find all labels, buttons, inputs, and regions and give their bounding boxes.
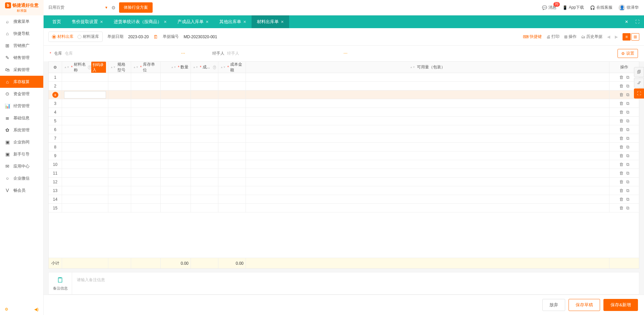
delete-icon[interactable]: 🗑	[619, 118, 624, 123]
table-row[interactable]: 7🗑⧉	[49, 134, 639, 143]
copy-icon[interactable]: ⧉	[626, 83, 629, 89]
tab-0[interactable]: 首页	[47, 15, 66, 28]
sidebar-item-6[interactable]: ⊙资金管理	[0, 88, 43, 100]
col-material-name[interactable]: ▲▼ *材料名称 ? 扫码录入	[62, 62, 108, 73]
sidebar-item-8[interactable]: ≣基础信息	[0, 112, 43, 124]
sidebar-item-3[interactable]: ✎销售管理	[0, 52, 43, 64]
next-icon[interactable]: ▶	[615, 35, 618, 39]
copy-icon[interactable]: ⧉	[626, 92, 629, 98]
delete-icon[interactable]: 🗑	[619, 127, 624, 132]
collapse-icon[interactable]: ◀)	[34, 307, 39, 312]
try-solution-button[interactable]: 体验行业方案	[119, 2, 153, 13]
online-service-button[interactable]: 🎧 在线客服	[590, 5, 612, 10]
delete-icon[interactable]: 🗑	[619, 83, 624, 88]
table-row[interactable]: 9🗑⧉	[49, 151, 639, 160]
table-row[interactable]: 1🗑⧉	[49, 73, 639, 82]
view-list-button[interactable]: ≡	[623, 33, 631, 41]
table-row[interactable]: 13🗑⧉	[49, 186, 639, 195]
copy-icon[interactable]: ⧉	[626, 118, 629, 124]
sidebar-item-1[interactable]: ⌂快捷导航	[0, 27, 43, 40]
sidebar-item-11[interactable]: ▣新手引导	[0, 148, 43, 160]
col-cost[interactable]: ▲▼*成... ?	[191, 62, 218, 73]
delete-icon[interactable]: 🗑	[619, 197, 624, 202]
sidebar-item-7[interactable]: 📊经营管理	[0, 100, 43, 112]
delete-icon[interactable]: 🗑	[619, 162, 624, 167]
copy-icon[interactable]: ⧉	[626, 75, 629, 80]
col-cost-amt[interactable]: ▲▼*成本金额	[218, 62, 246, 73]
sidebar-item-4[interactable]: 🛍采购管理	[0, 64, 43, 76]
copy-icon[interactable]: ⧉	[626, 110, 629, 115]
tab-2[interactable]: 进货单统计表（按商品）✕	[108, 15, 172, 28]
col-qty[interactable]: ▲▼*数量	[161, 62, 191, 73]
add-row-button[interactable]: +	[52, 92, 58, 98]
tab-expand-button[interactable]: ⛶	[633, 17, 642, 26]
remarks-input[interactable]: 请输入备注信息	[72, 272, 639, 294]
table-row[interactable]: 11🗑⧉	[49, 169, 639, 178]
settings-button[interactable]: ⚙ 设置	[618, 49, 638, 58]
delete-icon[interactable]: 🗑	[619, 188, 624, 193]
date-value[interactable]: 2023-03-20	[128, 35, 149, 39]
table-row[interactable]: 5🗑⧉	[49, 117, 639, 125]
table-row[interactable]: 3🗑⧉	[49, 99, 639, 108]
delete-icon[interactable]: 🗑	[619, 205, 624, 210]
delete-icon[interactable]: 🗑	[619, 136, 624, 141]
history-button[interactable]: 🗂历史单据	[581, 34, 602, 40]
gear-icon[interactable]: ⚙	[111, 5, 116, 10]
delete-icon[interactable]: 🗑	[619, 179, 624, 184]
discard-button[interactable]: 放弃	[542, 299, 565, 311]
close-icon[interactable]: ✕	[164, 20, 167, 24]
copy-icon[interactable]: ⧉	[626, 188, 629, 193]
close-icon[interactable]: ✕	[206, 20, 209, 24]
sidebar-item-9[interactable]: ✿系统管理	[0, 124, 43, 136]
table-row[interactable]: 6🗑⧉	[49, 125, 639, 134]
delete-icon[interactable]: 🗑	[619, 75, 624, 80]
print-button[interactable]: 🖨打印	[546, 34, 559, 40]
sidebar-item-0[interactable]: ⌕搜索菜单	[0, 15, 43, 27]
sidebar-item-12[interactable]: ✉应用中心	[0, 160, 43, 172]
user-menu[interactable]: 👤 徐泽华	[619, 4, 639, 11]
material-name-input[interactable]	[64, 91, 106, 99]
copy-icon[interactable]: ⧉	[626, 144, 629, 150]
sidebar-item-13[interactable]: ○企业微信	[0, 172, 43, 184]
help-icon[interactable]: ?	[213, 65, 216, 69]
copy-icon[interactable]: ⧉	[626, 136, 629, 141]
tab-3[interactable]: 产成品入库单✕	[172, 15, 214, 28]
table-row[interactable]: 15🗑⧉	[49, 204, 639, 212]
sidebar-item-10[interactable]: ▣企业协同	[0, 136, 43, 148]
table-row[interactable]: +🗑⧉	[49, 90, 639, 99]
save-new-button[interactable]: 保存&新增	[603, 299, 638, 311]
copy-icon[interactable]: ⧉	[626, 153, 629, 159]
messages-button[interactable]: 💬 消息 70	[542, 5, 556, 10]
col-spec[interactable]: ▲▼规格型号	[108, 62, 131, 73]
delete-icon[interactable]: 🗑	[619, 153, 624, 158]
view-card-button[interactable]: ⊞	[631, 33, 639, 41]
table-row[interactable]: 2🗑⧉	[49, 82, 639, 90]
table-row[interactable]: 14🗑⧉	[49, 195, 639, 204]
ops-button[interactable]: ⊞操作	[564, 34, 577, 40]
tab-5[interactable]: 材料出库单✕	[252, 15, 289, 28]
shortcuts-button[interactable]: ⌨快捷键	[523, 34, 542, 40]
sidebar-item-14[interactable]: V畅会员	[0, 184, 43, 196]
table-row[interactable]: 8🗑⧉	[49, 143, 639, 151]
float-tool-3[interactable]: ⛶	[634, 88, 644, 99]
copy-icon[interactable]: ⧉	[626, 205, 629, 211]
delete-icon[interactable]: 🗑	[619, 144, 624, 149]
more-icon[interactable]: ⋯	[343, 51, 348, 56]
delete-icon[interactable]: 🗑	[619, 101, 624, 106]
tab-close-all-button[interactable]: ✕	[622, 17, 631, 26]
handler-input[interactable]: 经手人 ⋯	[227, 51, 348, 57]
store-selector[interactable]: 日用百货 ▼	[48, 5, 108, 10]
radio-material-out[interactable]: 材料出库	[52, 34, 73, 40]
delete-icon[interactable]: 🗑	[619, 171, 624, 176]
col-available[interactable]: ▲▼可用量（包装）	[246, 62, 609, 73]
warehouse-input[interactable]: 仓库 ⋯	[65, 51, 185, 57]
save-draft-button[interactable]: 保存草稿	[569, 299, 600, 311]
float-tool-2[interactable]: 🖇	[634, 78, 644, 88]
prev-icon[interactable]: ◀	[607, 35, 610, 39]
copy-icon[interactable]: ⧉	[626, 127, 629, 132]
copy-icon[interactable]: ⧉	[626, 101, 629, 106]
table-row[interactable]: 4🗑⧉	[49, 108, 639, 117]
app-download-button[interactable]: 📱 App下载	[562, 5, 584, 10]
more-icon[interactable]: ⋯	[181, 51, 185, 56]
scan-tag[interactable]: 扫码录入	[91, 62, 106, 73]
